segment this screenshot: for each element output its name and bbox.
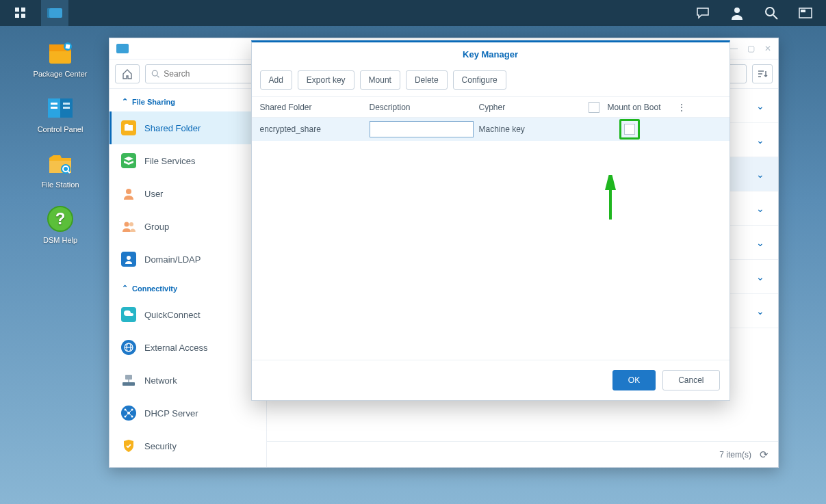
window-app-icon — [116, 44, 129, 53]
file-services-icon — [121, 153, 136, 168]
sidebar-item-network[interactable]: Network — [109, 364, 266, 397]
cell-cypher: Machine key — [479, 124, 589, 134]
svg-rect-0 — [15, 8, 19, 12]
taskbar-chat-icon[interactable] — [689, 0, 717, 26]
ok-button[interactable]: OK — [612, 370, 656, 390]
svg-point-32 — [125, 222, 129, 227]
svg-rect-8 — [801, 10, 805, 12]
table-row[interactable]: encrypted_share Machine key — [252, 118, 730, 141]
close-icon[interactable]: ✕ — [764, 44, 771, 53]
mount-button[interactable]: Mount — [360, 70, 400, 90]
sidebar-item-dhcp-server[interactable]: DHCP Server — [109, 397, 266, 429]
mount-on-boot-checkbox[interactable] — [624, 124, 635, 135]
export-key-button[interactable]: Export key — [298, 70, 354, 90]
content-footer: 7 item(s) ⟳ — [267, 441, 778, 467]
col-mount-on-boot[interactable]: Mount on Boot — [589, 102, 677, 113]
key-manager-dialog: Key Manager Add Export key Mount Delete … — [251, 40, 730, 401]
svg-line-27 — [157, 76, 159, 78]
annotation-highlight — [619, 119, 640, 140]
dhcp-icon — [121, 406, 136, 421]
desktop-icon-label: DSM Help — [43, 236, 77, 244]
sidebar-item-domain-ldap[interactable]: Domain/LDAP — [109, 243, 266, 276]
cancel-button[interactable]: Cancel — [662, 370, 719, 390]
desktop-icon-dsm-help[interactable]: ? DSM Help — [43, 204, 77, 244]
taskbar-search-icon[interactable] — [758, 0, 785, 26]
cell-shared-folder: encrypted_share — [260, 124, 370, 134]
svg-point-34 — [127, 256, 131, 260]
table-header: Shared Folder Description Cypher Mount o… — [252, 97, 730, 118]
taskbar-user-icon[interactable] — [723, 0, 751, 26]
svg-rect-1 — [21, 8, 25, 12]
sidebar-section-file-sharing[interactable]: ⌃File Sharing — [109, 89, 266, 111]
minimize-icon[interactable]: — — [730, 44, 738, 53]
svg-rect-2 — [15, 14, 19, 18]
dialog-delete-button[interactable]: Delete — [406, 70, 448, 90]
svg-rect-39 — [122, 382, 135, 386]
svg-line-49 — [129, 413, 132, 416]
svg-point-26 — [152, 70, 157, 76]
svg-point-5 — [766, 8, 774, 16]
sidebar: ⌃File Sharing Shared Folder File Service… — [109, 89, 267, 467]
svg-line-48 — [125, 413, 129, 416]
svg-rect-17 — [63, 103, 70, 105]
maximize-icon[interactable]: ▢ — [747, 44, 755, 53]
sidebar-item-shared-folder[interactable]: Shared Folder — [109, 111, 266, 144]
svg-rect-38 — [125, 375, 132, 380]
chevron-down-icon: ⌄ — [756, 237, 764, 248]
sidebar-item-security[interactable]: Security — [109, 429, 266, 462]
svg-point-33 — [129, 222, 133, 226]
sidebar-search[interactable] — [145, 64, 263, 83]
control-panel-icon — [47, 8, 62, 18]
sidebar-search-input[interactable] — [164, 69, 257, 79]
sidebar-item-file-services[interactable]: File Services — [109, 144, 266, 177]
chevron-down-icon: ⌄ — [756, 271, 764, 282]
taskbar-app-control-panel[interactable] — [41, 0, 68, 26]
taskbar-widgets-icon[interactable] — [792, 0, 819, 26]
desktop-icon-package-center[interactable]: Package Center — [34, 38, 88, 78]
domain-ldap-icon — [121, 252, 136, 267]
svg-rect-16 — [51, 107, 57, 109]
desktop-icon-file-station[interactable]: File Station — [41, 148, 79, 189]
main-menu-button[interactable] — [7, 0, 34, 26]
svg-rect-3 — [21, 14, 25, 18]
dialog-toolbar: Add Export key Mount Delete Configure — [252, 66, 730, 96]
reload-button[interactable]: ⟳ — [760, 449, 769, 461]
search-icon — [151, 69, 159, 79]
header-mount-checkbox[interactable] — [589, 102, 599, 113]
home-icon — [122, 68, 133, 79]
description-input[interactable] — [370, 121, 474, 137]
desktop-icon-control-panel[interactable]: Control Panel — [38, 93, 83, 133]
svg-line-6 — [773, 15, 777, 19]
dsm-help-icon: ? — [45, 204, 75, 234]
chevron-down-icon: ⌄ — [756, 203, 764, 214]
desktop-icons: Package Center Control Panel File Statio… — [26, 38, 94, 244]
col-description[interactable]: Description — [370, 103, 479, 112]
svg-point-4 — [734, 8, 740, 13]
control-panel-window: Control Panel ? — ▢ ✕ Create▼ Edit Delet… — [109, 38, 779, 468]
desktop-icon-label: Control Panel — [38, 125, 83, 133]
col-cypher[interactable]: Cypher — [479, 103, 589, 112]
control-panel-icon — [45, 93, 75, 123]
shield-icon — [121, 438, 136, 453]
sidebar-item-group[interactable]: Group — [109, 210, 266, 243]
sidebar-item-quickconnect[interactable]: QuickConnect — [109, 298, 266, 331]
user-icon — [121, 186, 136, 201]
sidebar-item-user[interactable]: User — [109, 177, 266, 210]
col-shared-folder[interactable]: Shared Folder — [260, 103, 370, 112]
taskbar — [0, 0, 826, 26]
package-center-icon — [45, 38, 75, 68]
home-button[interactable] — [115, 64, 140, 83]
chevron-up-icon: ⌃ — [122, 284, 128, 293]
globe-icon — [121, 340, 136, 355]
sort-icon — [757, 69, 768, 79]
col-menu[interactable]: ⋮ — [677, 103, 691, 112]
configure-button[interactable]: Configure — [453, 70, 506, 90]
add-button[interactable]: Add — [260, 70, 292, 90]
chevron-down-icon: ⌄ — [756, 306, 764, 317]
file-station-icon — [45, 148, 75, 178]
sort-button[interactable] — [752, 64, 773, 83]
sidebar-section-connectivity[interactable]: ⌃Connectivity — [109, 276, 266, 298]
desktop-icon-label: File Station — [41, 181, 79, 189]
folder-icon — [121, 120, 136, 135]
sidebar-item-external-access[interactable]: External Access — [109, 331, 266, 364]
